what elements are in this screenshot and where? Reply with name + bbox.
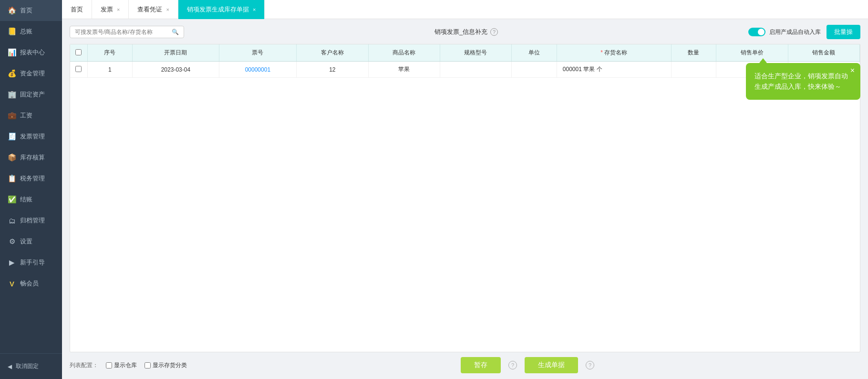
asset-icon: 🏢 [8, 90, 16, 99]
pin-icon: ◀ [8, 363, 12, 370]
vip-icon: V [8, 280, 16, 288]
th-checkbox [70, 44, 87, 62]
search-box[interactable]: 🔍 [70, 26, 184, 38]
sidebar-item-label: 畅会员 [20, 279, 39, 288]
pin-button[interactable]: ◀ 取消固定 [0, 358, 62, 375]
th-spec: 规格型号 [440, 44, 511, 62]
th-seq: 序号 [87, 44, 133, 62]
sidebar-bottom: ◀ 取消固定 [0, 353, 62, 379]
batch-button[interactable]: 批量操 [827, 25, 860, 39]
sidebar-item-label: 首页 [20, 6, 32, 15]
sidebar-item-labor[interactable]: 💼 工资 [0, 105, 62, 126]
invoice-icon: 🧾 [8, 132, 16, 141]
sidebar-item-label: 工资 [20, 111, 32, 120]
pin-label: 取消固定 [16, 362, 39, 370]
th-quantity: 数量 [671, 44, 716, 62]
sidebar-item-asset[interactable]: 🏢 固定资产 [0, 84, 62, 105]
show-category-label[interactable]: 显示存货分类 [145, 361, 187, 369]
sidebar-item-home[interactable]: 🏠 首页 [0, 0, 62, 21]
row-checkbox-cell [70, 62, 87, 78]
tax-icon: 📋 [8, 174, 16, 183]
th-unit: 单位 [512, 44, 557, 62]
settle-icon: ✅ [8, 195, 16, 204]
toggle-group: 启用产成品自动入库 [748, 28, 821, 36]
row-product: 苹果 [368, 62, 440, 78]
row-number-link[interactable]: 00000001 [245, 66, 270, 73]
sidebar-item-label: 结账 [20, 195, 32, 204]
data-table-wrap: 序号 开票日期 票号 客户名称 商品名称 规格型号 单位 * 存货名称 数量 销… [70, 44, 860, 352]
th-stock-name: * 存货名称 [557, 44, 671, 62]
sidebar-item-report[interactable]: 📊 报表中心 [0, 42, 62, 63]
save-button[interactable]: 暂存 [461, 357, 501, 373]
th-amount: 销售金额 [788, 44, 859, 62]
sidebar-item-tax[interactable]: 📋 税务管理 [0, 168, 62, 189]
sidebar-item-label: 归档管理 [20, 216, 45, 225]
bottom-bar: 列表配置： 显示仓库 显示存货分类 暂存 ? 生成单据 ? [70, 352, 860, 373]
inventory-icon: 📦 [8, 153, 16, 162]
show-warehouse-text: 显示仓库 [114, 361, 137, 369]
row-customer: 12 [297, 62, 368, 78]
search-input[interactable] [75, 29, 169, 35]
tab-stock-close[interactable]: × [253, 7, 256, 12]
auto-storage-toggle[interactable] [748, 28, 765, 36]
tab-voucher-close[interactable]: × [166, 7, 169, 12]
tab-invoice[interactable]: 发票 × [92, 0, 129, 19]
row-checkbox[interactable] [75, 66, 82, 72]
sidebar-item-label: 设置 [20, 237, 32, 246]
tooltip-close-button[interactable]: × [850, 67, 855, 74]
tooltip-text: 适合生产型企业，销项发票自动生成产成品入库，快来体验～ [754, 72, 848, 90]
sidebar-item-ledger[interactable]: 📒 总账 [0, 21, 62, 42]
sidebar: 🏠 首页 📒 总账 📊 报表中心 💰 资金管理 🏢 固定资产 💼 工资 🧾 发票… [0, 0, 62, 379]
row-seq: 1 [87, 62, 133, 78]
sidebar-item-vip[interactable]: V 畅会员 [0, 273, 62, 294]
search-icon: 🔍 [172, 29, 179, 35]
select-all-checkbox[interactable] [75, 49, 82, 55]
toggle-label: 启用产成品自动入库 [769, 28, 821, 36]
row-spec [440, 62, 511, 78]
row-stock-name[interactable]: 000001 苹果 个 [557, 62, 671, 78]
generate-button[interactable]: 生成单据 [525, 357, 578, 373]
archive-icon: 🗂 [8, 217, 16, 225]
data-table: 序号 开票日期 票号 客户名称 商品名称 规格型号 单位 * 存货名称 数量 销… [70, 44, 860, 78]
list-config-label: 列表配置： [70, 361, 98, 369]
tab-voucher-label: 查看凭证 [137, 5, 162, 14]
info-label: 销项发票_信息补充 [434, 28, 487, 36]
tooltip-arrow [759, 58, 767, 63]
sidebar-item-label: 库存核算 [20, 153, 45, 162]
sidebar-item-label: 资金管理 [20, 69, 45, 78]
sidebar-item-guide[interactable]: ▶ 新手引导 [0, 252, 62, 273]
th-price: 销售单价 [716, 44, 788, 62]
sidebar-item-archive[interactable]: 🗂 归档管理 [0, 210, 62, 231]
tabbar: 首页 发票 × 查看凭证 × 销项发票生成库存单据 × [62, 0, 868, 19]
tab-home-label: 首页 [71, 5, 83, 14]
tab-stock[interactable]: 销项发票生成库存单据 × [178, 0, 265, 19]
row-unit [512, 62, 557, 78]
finance-icon: 💰 [8, 69, 16, 78]
sidebar-item-inventory[interactable]: 📦 库存核算 [0, 147, 62, 168]
show-category-text: 显示存货分类 [153, 361, 187, 369]
info-section: 销项发票_信息补充 ? [190, 28, 743, 36]
sidebar-item-settings[interactable]: ⚙ 设置 [0, 231, 62, 252]
th-number: 票号 [219, 44, 297, 62]
sidebar-item-invoice[interactable]: 🧾 发票管理 [0, 126, 62, 147]
table-header-row: 序号 开票日期 票号 客户名称 商品名称 规格型号 单位 * 存货名称 数量 销… [70, 44, 860, 62]
main-content: 首页 发票 × 查看凭证 × 销项发票生成库存单据 × 🔍 销项发票_信息补充 … [62, 0, 868, 379]
row-quantity [671, 62, 716, 78]
tab-invoice-close[interactable]: × [117, 7, 120, 12]
sidebar-item-label: 新手引导 [20, 258, 45, 267]
sidebar-item-label: 税务管理 [20, 174, 45, 183]
sidebar-item-settle[interactable]: ✅ 结账 [0, 189, 62, 210]
sidebar-item-label: 报表中心 [20, 48, 45, 57]
sidebar-item-finance[interactable]: 💰 资金管理 [0, 63, 62, 84]
tab-voucher[interactable]: 查看凭证 × [129, 0, 178, 19]
guide-icon: ▶ [8, 258, 16, 267]
generate-help-icon[interactable]: ? [586, 361, 594, 369]
ledger-icon: 📒 [8, 27, 16, 36]
show-warehouse-checkbox[interactable] [106, 362, 112, 368]
show-warehouse-label[interactable]: 显示仓库 [106, 361, 137, 369]
show-category-checkbox[interactable] [145, 362, 151, 368]
row-number[interactable]: 00000001 [219, 62, 297, 78]
info-help-icon[interactable]: ? [490, 28, 498, 36]
save-help-icon[interactable]: ? [508, 361, 517, 369]
tab-home[interactable]: 首页 [62, 0, 92, 19]
